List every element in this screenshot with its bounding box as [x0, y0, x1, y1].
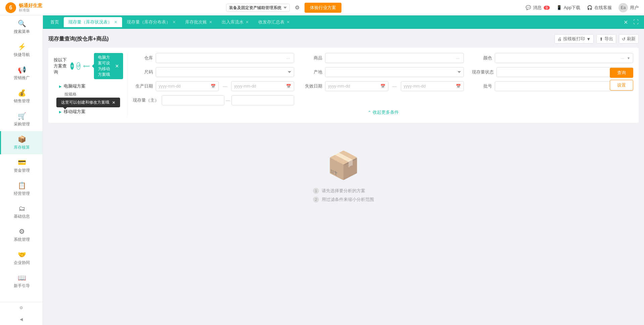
add-scheme-btn[interactable]: + [70, 62, 74, 70]
produce-date-end[interactable]: yyyy-mm-dd 📅 [231, 81, 294, 91]
tab-batch-ledger-close[interactable]: ✕ [209, 20, 212, 24]
system-icon: ⚙ [19, 227, 25, 235]
sidebar-item-operation[interactable]: 📋 经营管理 [0, 177, 43, 201]
calendar-icon-produce-start: 📅 [211, 84, 216, 89]
scheme-group-desktop-label: 电脑端方案 [64, 83, 86, 89]
tab-inout-flow[interactable]: 出入库流水 ✕ [217, 17, 254, 27]
sidebar-item-label-finance: 资金管理 [14, 168, 30, 173]
app-name: 畅通好生意 [19, 3, 42, 8]
empty-state: 📦 1 请先选择要分析的方案 2 用过滤条件来缩小分析范围 [48, 123, 639, 229]
user-label: 用户 [630, 5, 639, 11]
finance-icon: 💳 [18, 158, 26, 166]
edit-tooltip-close[interactable]: ✕ [112, 100, 115, 105]
message-badge: 9 [544, 6, 550, 10]
tab-inventory-status-label: 现存量（库存状况表） [68, 19, 112, 25]
empty-hint-2: 2 用过滤条件来缩小分析范围 [313, 197, 374, 203]
chevron-up-icon: ⌃ [368, 110, 371, 115]
stock-main-min[interactable] [162, 95, 224, 105]
refresh-icon: ↺ [622, 37, 626, 42]
sidebar-item-label-search-menu: 搜索菜单 [14, 29, 30, 35]
tab-inout-flow-label: 出入库流水 [222, 19, 244, 25]
scheme-group-desktop-header[interactable]: ▶ 电脑端方案 [56, 82, 123, 91]
size-select[interactable] [156, 67, 294, 77]
sidebar-item-quick-nav[interactable]: ⚡ 快捷导航 [0, 39, 43, 62]
sidebar-item-label-quick-nav: 快捷导航 [14, 52, 30, 58]
basic-info-icon: 🗂 [18, 205, 25, 212]
calendar-icon-expire-start: 📅 [380, 84, 385, 89]
sidebar-item-purchase[interactable]: 🛒 采购管理 [0, 108, 43, 131]
origin-select[interactable] [325, 67, 464, 77]
quick-nav-icon: ⚡ [18, 43, 26, 51]
app-version: 标准版 [19, 8, 42, 12]
avatar: Ea [619, 3, 628, 12]
message-icon: 💬 [526, 5, 531, 10]
sidebar-item-inventory[interactable]: 📦 库存核算 [0, 131, 43, 154]
color-dropdown-icon[interactable]: ▼ [627, 56, 630, 60]
sidebar-item-sales[interactable]: 💰 销售管理 [0, 85, 43, 108]
user-action[interactable]: Ea 用户 [619, 3, 639, 12]
sidebar-collapse-btn[interactable]: ◀ [0, 314, 43, 325]
tab-window-maximize[interactable]: ⛶ [631, 18, 641, 26]
sidebar-item-label-marketing: 营销推广 [14, 75, 30, 81]
filter-label: 按以下方案查询 [54, 57, 68, 75]
export-btn[interactable]: ⬆ 导出 [596, 34, 616, 44]
app-logo-icon: 6 [5, 2, 16, 13]
tab-inventory-status[interactable]: 现存量（库存状况表） ✕ [64, 17, 122, 27]
template-print-btn[interactable]: 🖨 按模板打印 ▼ [554, 34, 594, 44]
toggle-icon: ▶ [59, 85, 62, 88]
scheme-group-mobile-label: 移动端方案 [64, 109, 86, 115]
sidebar-item-search-menu[interactable]: 🔍 搜索菜单 [0, 15, 43, 39]
scheme-tooltip-close[interactable]: ✕ [115, 63, 119, 69]
headset-icon: 🎧 [587, 5, 592, 10]
online-service-action[interactable]: 🎧 在线客服 [587, 5, 612, 11]
stock-status-field: 现存量状态 [472, 67, 633, 77]
app-download-action[interactable]: 📱 App下载 [556, 5, 580, 11]
tab-window-close[interactable]: ✕ [621, 18, 631, 27]
sidebar-item-system[interactable]: ⚙ 系统管理 [0, 223, 43, 247]
system-selector[interactable]: 装备及固定资产辅助管理系统 [226, 4, 290, 12]
gear-button[interactable]: ⚙ [292, 3, 302, 12]
purchase-icon: 🛒 [18, 112, 26, 120]
tab-home[interactable]: 首页 [46, 17, 64, 27]
sidebar-bottom-settings[interactable]: ⚙ [0, 302, 43, 314]
tab-inout-flow-close[interactable]: ✕ [246, 20, 249, 24]
expire-date-start[interactable]: yyyy-mm-dd 📅 [325, 81, 388, 91]
sidebar-item-guide[interactable]: 📖 新手引导 [0, 270, 43, 293]
app-download-label: App下载 [564, 5, 580, 11]
tab-recv-summary[interactable]: 收发存汇总表 ✕ [254, 17, 294, 27]
tab-batch-ledger[interactable]: 库存批次账 ✕ [180, 17, 217, 27]
settings-btn[interactable]: 设置 [610, 80, 633, 91]
message-label: 消息 [533, 5, 542, 11]
collapse-btn[interactable]: ⌃ 收起更多条件 [368, 109, 399, 115]
export-icon: ⬆ [599, 37, 603, 42]
guide-icon: 📖 [18, 274, 26, 282]
warehouse-dots[interactable]: ··· [285, 56, 291, 61]
scheme-item-by-spec[interactable]: 按规格 [56, 91, 123, 98]
message-action[interactable]: 💬 消息 9 [526, 5, 550, 11]
produce-date-start[interactable]: yyyy-mm-dd 📅 [156, 81, 219, 91]
origin-field: 产地 [302, 67, 464, 77]
stock-main-max[interactable] [231, 95, 294, 105]
sidebar-item-label-operation: 经营管理 [14, 191, 30, 197]
tab-inventory-status-close[interactable]: ✕ [114, 20, 117, 24]
sidebar-item-marketing[interactable]: 📢 营销推广 [0, 62, 43, 85]
sidebar-item-basic-info[interactable]: 🗂 基础信息 [0, 201, 43, 223]
batch-field: 批号 [472, 81, 633, 91]
query-btn[interactable]: 查询 [610, 68, 633, 78]
color-dots[interactable]: ··· [619, 56, 626, 61]
sidebar-item-enterprise[interactable]: 🤝 企业协同 [0, 247, 43, 270]
tab-inventory-dist[interactable]: 现存量（库存分布表） ✕ [122, 17, 180, 27]
printer-icon: 🖨 [557, 37, 562, 42]
tab-inventory-dist-close[interactable]: ✕ [172, 20, 176, 24]
refresh-scheme-btn[interactable]: ↺ [76, 62, 80, 70]
tab-home-label: 首页 [50, 19, 59, 25]
expire-date-end[interactable]: yyyy-mm-dd 📅 [401, 81, 464, 91]
back-btn[interactable]: ⟸ [83, 62, 90, 70]
stock-main-field: 现存量（主） — [133, 95, 294, 105]
industry-btn[interactable]: 体验行业方案 [305, 3, 341, 13]
inventory-icon: 📦 [18, 135, 26, 143]
goods-dots[interactable]: ··· [454, 56, 461, 61]
tab-recv-summary-close[interactable]: ✕ [286, 20, 290, 24]
refresh-btn[interactable]: ↺ 刷新 [619, 34, 639, 44]
sidebar-item-finance[interactable]: 💳 资金管理 [0, 154, 43, 177]
